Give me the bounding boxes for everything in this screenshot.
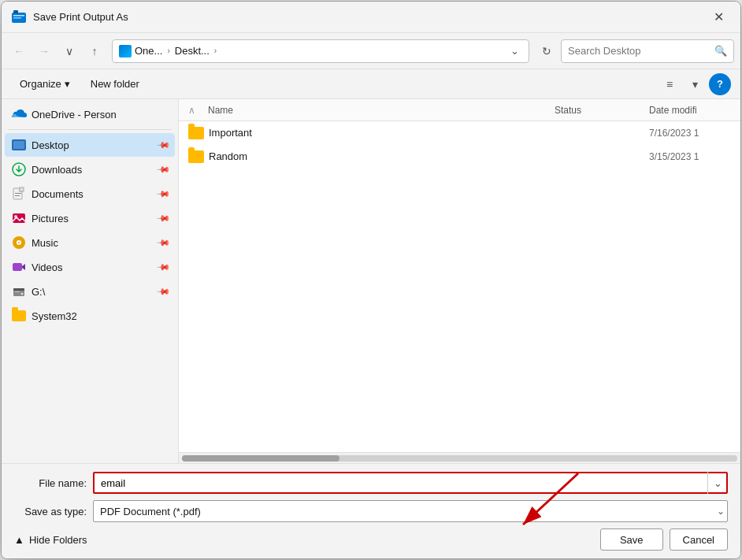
scrollbar-track[interactable] [182,455,737,462]
pin-icon-documents: 📌 [155,186,170,201]
nav-dropdown-button[interactable]: ∨ [58,40,80,62]
forward-button[interactable]: → [33,40,55,62]
organize-button[interactable]: Organize ▾ [11,74,79,95]
up-button[interactable]: ↑ [83,40,106,62]
filename-row: File name: ⌄ [14,472,728,494]
pin-icon-music: 📌 [155,235,170,250]
svg-rect-8 [15,195,20,196]
address-dropdown-button[interactable]: ⌄ [506,40,522,62]
file-cell-date: 3/15/2023 1 [643,151,737,162]
action-row: ▲ Hide Folders Save Cancel [14,528,728,551]
pin-icon-videos: 📌 [155,259,170,274]
address-chevron1: › [165,46,171,55]
downloads-icon [11,161,27,177]
svg-rect-1 [13,15,24,17]
hide-folders-label: Hide Folders [29,534,87,546]
system32-icon [11,308,27,324]
nav-bar: ← → ∨ ↑ One... › Deskt... › ⌄ ↻ 🔍 [2,33,740,69]
file-cell-date: 7/16/2023 1 [643,128,737,139]
search-input[interactable] [568,45,711,57]
sidebar-item-videos[interactable]: Videos 📌 [5,255,175,279]
pin-icon-gdrive: 📌 [155,284,170,299]
music-icon [11,235,27,250]
onedrive-icon [11,106,27,122]
filetype-select[interactable]: PDF Document (*.pdf) [93,500,728,522]
file-row[interactable]: Important 7/16/2023 1 [179,121,740,145]
sidebar-item-documents[interactable]: Documents 📌 [5,182,175,206]
file-cell-name: Important [182,127,548,139]
sidebar-label-gdrive: G:\ [32,286,153,298]
horizontal-scrollbar[interactable] [179,452,740,463]
sidebar-item-system32[interactable]: System32 [5,304,175,328]
toolbar-right: ≡ ▾ ? [659,73,731,95]
hide-folders-icon: ▲ [14,534,24,546]
filetype-select-wrapper: PDF Document (*.pdf) ⌄ [93,500,728,522]
search-bar[interactable]: 🔍 [561,39,734,63]
scroll-up-button[interactable]: ∧ [182,99,202,121]
svg-rect-6 [20,187,24,191]
filename-dropdown-button[interactable]: ⌄ [707,472,728,494]
sidebar-label-downloads: Downloads [32,164,153,176]
action-buttons: Save Cancel [600,528,728,551]
address-part1: One... [135,45,162,57]
close-button[interactable]: ✕ [706,5,731,30]
app-icon [11,9,27,25]
svg-rect-7 [15,193,21,194]
sidebar-item-onedrive[interactable]: OneDrive - Person [5,102,175,126]
scrollbar-thumb[interactable] [182,455,339,462]
pin-icon-desktop: 📌 [155,137,170,152]
col-header-status[interactable]: Status [548,99,643,121]
save-button[interactable]: Save [600,528,663,551]
col-header-name[interactable]: Name [202,99,548,121]
file-name: Important [209,127,252,139]
sidebar-divider [8,129,172,130]
sidebar-item-pictures[interactable]: Pictures 📌 [5,206,175,230]
filename-label: File name: [14,477,93,489]
help-button[interactable]: ? [709,73,731,95]
svg-rect-18 [15,291,20,292]
file-area: ∧ Name Status Date modifi Important 7/16… [179,99,740,463]
back-button[interactable]: ← [8,40,30,62]
filetype-label: Save as type: [14,506,93,517]
sidebar-item-desktop[interactable]: Desktop 📌 [5,133,175,157]
sidebar-item-gdrive[interactable]: G:\ 📌 [5,280,175,303]
sidebar-item-music[interactable]: Music 📌 [5,231,175,254]
address-part2: Deskt... [175,45,210,57]
window-title: Save Print Output As [33,11,706,23]
cancel-button[interactable]: Cancel [670,528,728,551]
toolbar: Organize ▾ New folder ≡ ▾ ? [2,69,740,99]
pictures-icon [11,210,27,226]
svg-point-17 [21,293,24,295]
videos-icon [11,259,27,275]
sidebar-label-onedrive: OneDrive - Person [32,109,169,121]
address-chevron2: › [213,46,218,55]
sidebar-label-music: Music [32,237,153,249]
view-button[interactable]: ≡ [659,74,681,95]
search-icon[interactable]: 🔍 [714,45,727,57]
sidebar-label-system32: System32 [32,310,169,322]
view-dropdown-button[interactable]: ▾ [684,74,706,95]
address-bar[interactable]: One... › Deskt... › ⌄ [112,39,529,63]
sidebar-label-pictures: Pictures [32,213,153,224]
file-name: Random [209,150,247,162]
filename-input[interactable] [93,472,728,494]
desktop-icon [11,137,27,153]
file-cell-name: Random [182,150,548,163]
sidebar-item-downloads[interactable]: Downloads 📌 [5,158,175,181]
sidebar: OneDrive - Person Desktop 📌 [2,99,179,463]
pin-icon-downloads: 📌 [155,161,170,176]
hide-folders-button[interactable]: ▲ Hide Folders [14,534,87,546]
file-list: Important 7/16/2023 1 Random 3/15/2023 1 [179,121,740,452]
refresh-button[interactable]: ↻ [536,40,558,62]
folder-icon [188,127,204,139]
svg-point-13 [18,242,20,243]
save-dialog: Save Print Output As ✕ ← → ∨ ↑ One... › … [1,1,741,559]
svg-rect-2 [13,17,21,19]
col-header-date[interactable]: Date modifi [643,99,737,121]
drive-icon [11,284,27,299]
filetype-row: Save as type: PDF Document (*.pdf) ⌄ [14,500,728,522]
pin-icon-pictures: 📌 [155,210,170,225]
sidebar-label-documents: Documents [32,188,153,200]
file-row[interactable]: Random 3/15/2023 1 [179,145,740,169]
new-folder-button[interactable]: New folder [82,74,148,95]
